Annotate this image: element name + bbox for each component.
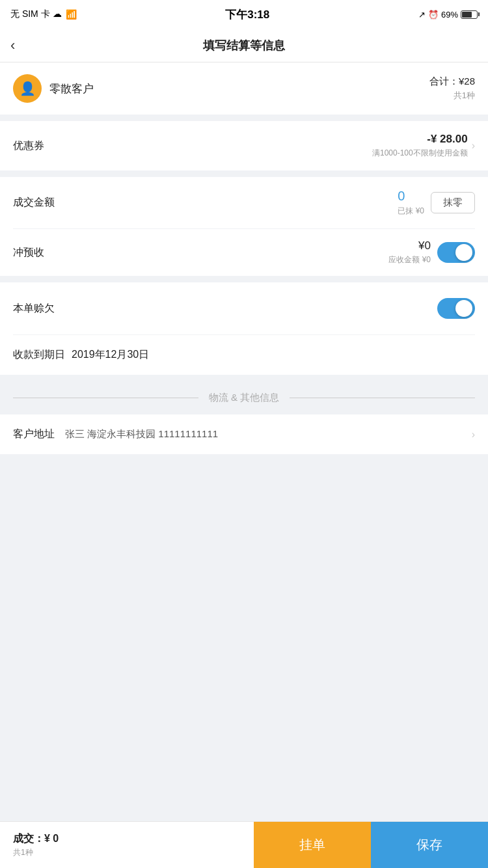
location-icon: ↗ — [418, 10, 426, 20]
bottom-summary: 成交：¥ 0 共1种 — [0, 832, 254, 858]
coupon-right: -¥ 28.00 满1000-100不限制使用金额 › — [372, 133, 475, 159]
round-button[interactable]: 抹零 — [431, 192, 475, 213]
credit-toggle-knob — [455, 300, 472, 317]
due-date-value: 2019年12月30日 — [72, 348, 149, 362]
hang-button[interactable]: 挂单 — [254, 822, 371, 869]
preadvance-toggle[interactable] — [437, 242, 475, 263]
battery-icon — [461, 10, 478, 19]
customer-right: 合计：¥28 共1种 — [429, 75, 475, 102]
coupon-row[interactable]: 优惠券 -¥ 28.00 满1000-100不限制使用金额 › — [0, 121, 488, 170]
customer-left: 👤 零散客户 — [13, 74, 94, 103]
back-button[interactable]: ‹ — [10, 37, 36, 54]
nav-bar: ‹ 填写结算等信息 — [0, 29, 488, 62]
preadvance-main-amount: ¥0 — [388, 239, 431, 252]
customer-card: 👤 零散客户 合计：¥28 共1种 — [0, 62, 488, 115]
address-chevron-icon: › — [472, 429, 475, 441]
transaction-row: 成交金额 0 已抹 ¥0 抹零 — [0, 177, 488, 228]
transaction-sub: 已抹 ¥0 — [398, 206, 424, 217]
preadvance-row: 冲预收 ¥0 应收金额 ¥0 — [0, 229, 488, 276]
address-label: 客户地址 — [13, 427, 55, 441]
avatar-icon: 👤 — [20, 81, 36, 96]
preadvance-right: ¥0 应收金额 ¥0 — [388, 239, 475, 265]
due-date-label: 收款到期日 — [13, 348, 65, 362]
logistics-section: 物流 & 其他信息 — [0, 381, 488, 414]
status-left: 无 SIM 卡 ☁ 📶 — [10, 8, 77, 20]
address-card[interactable]: 客户地址 张三 海淀永丰科技园 11111111111 › — [0, 414, 488, 454]
address-value: 张三 海淀永丰科技园 11111111111 — [65, 428, 467, 441]
bottom-bar: 成交：¥ 0 共1种 挂单 保存 — [0, 821, 488, 868]
summary-value: ¥ 0 — [44, 833, 59, 844]
customer-name: 零散客户 — [49, 81, 94, 96]
main-content: 👤 零散客户 合计：¥28 共1种 优惠券 -¥ 28.00 满1000-100… — [0, 62, 488, 513]
status-bar: 无 SIM 卡 ☁ 📶 下午3:18 ↗ ⏰ 69% — [0, 0, 488, 29]
count-label: 共1种 — [429, 90, 475, 102]
summary-label: 成交： — [13, 833, 44, 844]
credit-section: 本单赊欠 收款到期日 2019年12月30日 — [0, 282, 488, 375]
transaction-section: 成交金额 0 已抹 ¥0 抹零 冲预收 ¥0 应收金额 ¥0 — [0, 177, 488, 276]
transaction-value[interactable]: 0 — [398, 189, 424, 204]
logistics-line-left — [13, 398, 198, 398]
wifi-icon: 📶 — [66, 9, 77, 20]
coupon-card[interactable]: 优惠券 -¥ 28.00 满1000-100不限制使用金额 › — [0, 121, 488, 170]
alarm-icon: ⏰ — [428, 10, 439, 20]
transaction-value-group: 0 已抹 ¥0 — [398, 189, 424, 217]
status-time: 下午3:18 — [225, 7, 269, 22]
address-row[interactable]: 客户地址 张三 海淀永丰科技园 11111111111 › — [0, 414, 488, 454]
credit-row: 本单赊欠 — [0, 282, 488, 334]
status-right: ↗ ⏰ 69% — [418, 10, 478, 20]
transaction-right: 0 已抹 ¥0 抹零 — [398, 189, 475, 217]
logistics-text: 物流 & 其他信息 — [198, 392, 290, 404]
battery-percent: 69% — [441, 10, 458, 20]
preadvance-sub-amount: 应收金额 ¥0 — [388, 254, 431, 265]
date-row: 收款到期日 2019年12月30日 — [0, 335, 488, 375]
avatar: 👤 — [13, 74, 42, 103]
total-label: 合计：¥28 — [429, 75, 475, 88]
preadvance-label: 冲预收 — [13, 246, 44, 260]
page-title: 填写结算等信息 — [203, 38, 285, 53]
chevron-right-icon: › — [472, 140, 475, 152]
credit-toggle[interactable] — [437, 298, 475, 319]
logistics-line-right — [290, 398, 475, 398]
preadvance-amount-group: ¥0 应收金额 ¥0 — [388, 239, 431, 265]
coupon-label: 优惠券 — [13, 139, 44, 153]
sim-label: 无 SIM 卡 ☁ — [10, 8, 62, 20]
toggle-knob — [455, 244, 472, 261]
coupon-value-group: -¥ 28.00 满1000-100不限制使用金额 — [372, 133, 468, 159]
save-button[interactable]: 保存 — [371, 822, 488, 869]
coupon-desc: 满1000-100不限制使用金额 — [372, 148, 468, 159]
bottom-summary-top: 成交：¥ 0 — [13, 832, 241, 846]
customer-row: 👤 零散客户 合计：¥28 共1种 — [0, 62, 488, 115]
coupon-amount: -¥ 28.00 — [372, 133, 468, 146]
bottom-count: 共1种 — [13, 847, 241, 858]
credit-label: 本单赊欠 — [13, 302, 55, 316]
transaction-label: 成交金额 — [13, 196, 55, 210]
